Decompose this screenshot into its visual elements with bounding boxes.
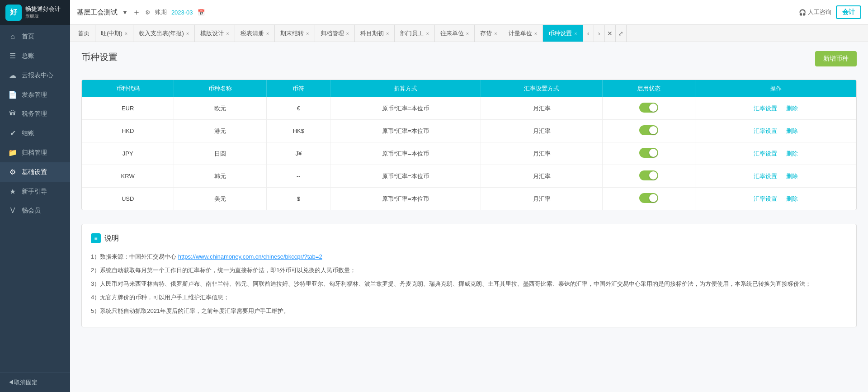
sidebar-item-tax[interactable]: 🏛 税务管理 <box>0 104 70 123</box>
tab-tax-clearance[interactable]: 税表清册 × <box>235 25 275 42</box>
tab-close-all[interactable]: ✕ <box>605 25 616 42</box>
sidebar-item-label: 首页 <box>22 33 34 41</box>
col-name: 币种名称 <box>174 80 267 97</box>
tab-inventory-close[interactable]: × <box>494 31 497 36</box>
delete-btn-4[interactable]: 删除 <box>786 195 798 202</box>
cell-calc-4: 原币*汇率=本位币 <box>330 188 481 210</box>
tab-periodic-close[interactable]: × <box>125 31 127 36</box>
tab-income-statement[interactable]: 收入支出表(年报) × <box>133 25 195 42</box>
tab-nav-right[interactable]: › <box>594 25 605 42</box>
sidebar-item-basic-settings[interactable]: ⚙ 基础设置 <box>0 162 70 182</box>
tab-counterpart-close[interactable]: × <box>466 31 469 36</box>
sidebar-item-checkout[interactable]: ✔ 结账 <box>0 123 70 143</box>
cell-code-1: HKD <box>82 120 174 142</box>
page-content: 币种设置 新增币种 币种代码 币种名称 币符 折算方式 汇率设置方式 启用状态 … <box>70 42 868 392</box>
col-code: 币种代码 <box>82 80 174 97</box>
cell-action-1: 汇率设置 删除 <box>695 120 856 142</box>
notice-icon: ≡ <box>91 233 101 243</box>
toggle-track-2 <box>639 148 658 158</box>
cell-calc-3: 原币*汇率=本位币 <box>330 165 481 188</box>
tab-fullscreen[interactable]: ⤢ <box>616 25 627 42</box>
cell-symbol-0: € <box>267 97 330 120</box>
rate-setting-btn-3[interactable]: 汇率设置 <box>754 173 777 179</box>
tab-subject-close[interactable]: × <box>386 31 389 36</box>
sidebar-item-label: 结账 <box>22 129 34 137</box>
sidebar-item-new-guide[interactable]: ★ 新手引导 <box>0 182 70 201</box>
notice-link[interactable]: https://www.chinamoney.com.cn/chinese/bk… <box>178 253 322 260</box>
cell-status-2 <box>603 142 695 165</box>
workspace-dropdown[interactable]: ▼ <box>122 9 128 16</box>
delete-btn-3[interactable]: 删除 <box>786 173 798 179</box>
toggle-enabled-0[interactable] <box>639 103 658 113</box>
tab-currency-close[interactable]: × <box>574 31 577 36</box>
toggle-track-0 <box>639 103 658 113</box>
col-status: 启用状态 <box>603 80 695 97</box>
cell-status-4 <box>603 188 695 210</box>
tab-income-close[interactable]: × <box>186 31 189 36</box>
sidebar-item-home[interactable]: ⌂ 首页 <box>0 27 70 46</box>
tab-unit[interactable]: 计量单位 × <box>503 25 543 42</box>
topbar-right: 🎧 人工咨询 会计 <box>799 5 861 19</box>
tab-counterpart[interactable]: 往来单位 × <box>435 25 475 42</box>
settings-gear-icon[interactable]: ⚙ <box>145 9 151 16</box>
cell-action-3: 汇率设置 删除 <box>695 165 856 188</box>
sidebar: 好 畅捷通好会计 旗舰版 ⌂ 首页 ☰ 总账 ☁ 云报表中心 📄 发票管理 🏛 … <box>0 0 70 392</box>
sidebar-item-label: 税务管理 <box>22 110 47 118</box>
tab-tax-close[interactable]: × <box>266 31 269 36</box>
sidebar-item-archive[interactable]: 📁 归档管理 <box>0 143 70 162</box>
add-workspace-btn[interactable]: ＋ <box>132 7 141 18</box>
rate-setting-btn-0[interactable]: 汇率设置 <box>754 105 777 112</box>
toggle-enabled-1[interactable] <box>639 125 658 135</box>
delete-btn-0[interactable]: 删除 <box>786 105 798 112</box>
workspace-title: 基层工会测试 <box>77 8 118 17</box>
app-logo-icon: 好 <box>5 5 22 21</box>
cell-status-3 <box>603 165 695 188</box>
sidebar-item-label: 发票管理 <box>22 91 47 99</box>
period-calendar-icon[interactable]: 📅 <box>198 9 205 16</box>
rate-setting-btn-1[interactable]: 汇率设置 <box>754 128 777 134</box>
account-type-btn[interactable]: 会计 <box>836 5 861 19</box>
sidebar-item-label: 总账 <box>22 52 34 60</box>
member-icon: V <box>8 207 17 215</box>
toggle-enabled-2[interactable] <box>639 148 658 158</box>
tab-inventory-label: 存货 <box>480 29 492 38</box>
tab-nav-left[interactable]: ‹ <box>583 25 594 42</box>
cell-symbol-4: $ <box>267 188 330 210</box>
sidebar-item-label: 畅会员 <box>22 207 41 215</box>
cell-calc-1: 原币*汇率=本位币 <box>330 120 481 142</box>
invoice-icon: 📄 <box>8 90 17 99</box>
tab-template-design[interactable]: 模版设计 × <box>195 25 235 42</box>
sidebar-item-invoice[interactable]: 📄 发票管理 <box>0 85 70 104</box>
sidebar-item-general-ledger[interactable]: ☰ 总账 <box>0 46 70 66</box>
tab-subject-init[interactable]: 科目期初 × <box>355 25 395 42</box>
rate-setting-btn-2[interactable]: 汇率设置 <box>754 150 777 157</box>
tab-periodic[interactable]: 旺(中期) × <box>95 25 133 42</box>
tab-department[interactable]: 部门员工 × <box>395 25 434 42</box>
tab-archive-mgmt[interactable]: 归档管理 × <box>315 25 355 42</box>
new-currency-btn[interactable]: 新增币种 <box>815 51 857 66</box>
tab-periodend-close[interactable]: × <box>306 31 309 36</box>
tab-inventory[interactable]: 存货 × <box>475 25 503 42</box>
col-rate-method: 汇率设置方式 <box>481 80 602 97</box>
tab-home[interactable]: 首页 <box>72 25 95 42</box>
currency-table: 币种代码 币种名称 币符 折算方式 汇率设置方式 启用状态 操作 EUR 欧元 … <box>81 80 857 210</box>
notice-item-5: 5）系统只能自动抓取2021年度后的汇率，之前年度汇率需要用户手工维护。 <box>91 304 847 318</box>
sidebar-item-report-center[interactable]: ☁ 云报表中心 <box>0 66 70 85</box>
cell-symbol-1: HK$ <box>267 120 330 142</box>
tab-period-end[interactable]: 期末结转 × <box>275 25 315 42</box>
delete-btn-2[interactable]: 删除 <box>786 150 798 157</box>
tab-department-close[interactable]: × <box>426 31 429 36</box>
sidebar-unpin[interactable]: ◀取消固定 <box>0 373 70 392</box>
tab-archive-close[interactable]: × <box>346 31 349 36</box>
toggle-enabled-4[interactable] <box>639 193 658 203</box>
consult-btn[interactable]: 🎧 人工咨询 <box>799 8 831 16</box>
cell-action-2: 汇率设置 删除 <box>695 142 856 165</box>
tab-template-close[interactable]: × <box>226 31 229 36</box>
tab-currency-settings[interactable]: 币种设置 × <box>543 25 583 42</box>
rate-setting-btn-4[interactable]: 汇率设置 <box>754 195 777 202</box>
tab-currency-label: 币种设置 <box>548 29 572 38</box>
sidebar-item-member[interactable]: V 畅会员 <box>0 201 70 220</box>
delete-btn-1[interactable]: 删除 <box>786 128 798 134</box>
tab-unit-close[interactable]: × <box>534 31 537 36</box>
toggle-enabled-3[interactable] <box>639 170 658 180</box>
